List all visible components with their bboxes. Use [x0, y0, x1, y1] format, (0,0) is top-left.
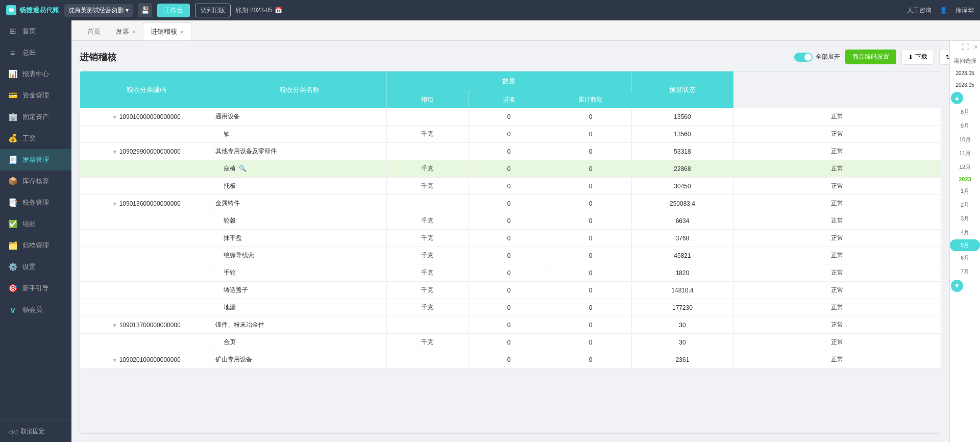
month-5[interactable]: 5月 — [950, 239, 972, 251]
tab-invoices[interactable]: 发票 × — [108, 22, 143, 40]
month-1[interactable]: 1月 — [950, 184, 972, 198]
calendar-icon[interactable]: 📅 — [275, 7, 282, 14]
name-cell: 抹平盘 — [213, 230, 386, 247]
sidebar-item-vip[interactable]: V 畅会员 — [0, 299, 71, 321]
sidebar-item-ledger[interactable]: ≡ 总账 — [0, 42, 71, 63]
sidebar-pin-toggle[interactable]: ◁◁ 取消固定 — [0, 421, 71, 442]
funds-icon: 💳 — [8, 91, 17, 100]
sidebar-item-assets[interactable]: 🏢 固定资产 — [0, 106, 71, 128]
sidebar-item-tax[interactable]: 📑 税务管理 — [0, 192, 71, 213]
workbench-button[interactable]: 工作台 — [157, 4, 190, 17]
th-purchase: 进项 — [468, 91, 550, 109]
period-2023-05-1[interactable]: 2023.05 — [950, 71, 972, 79]
sidebar-label-invoices: 发票管理 — [22, 155, 49, 164]
status-cell: 正常 — [733, 126, 941, 143]
sidebar-item-guide[interactable]: 🎯 新手引导 — [0, 278, 71, 299]
code-cell: ▼109010000000000000 — [80, 108, 213, 126]
code-cell: ▼109013600000000000 — [80, 195, 213, 212]
page-header: 进销稽核 全部展开 商品编码设置 ⬇ 下载 — [80, 49, 972, 65]
tab-reconcile-label: 进销稽核 — [151, 27, 177, 36]
month-7[interactable]: 7月 — [950, 265, 972, 279]
month-10[interactable]: 10月 — [950, 133, 972, 146]
expand-icon[interactable]: ▼ — [112, 149, 117, 155]
accumulated-cell: 1820 — [631, 264, 733, 282]
th-sales: 销项 — [386, 91, 468, 109]
name-cell: 轴 — [213, 126, 386, 143]
unit-cell — [386, 351, 468, 369]
sidebar-item-inventory[interactable]: 📦 库存核算 — [0, 170, 71, 192]
month-9[interactable]: 9月 — [950, 119, 972, 133]
expand-icon[interactable]: ▼ — [112, 357, 117, 363]
status-cell: 正常 — [733, 247, 941, 264]
old-version-button[interactable]: 切到旧版 — [195, 4, 231, 17]
download-icon: ⬇ — [908, 54, 913, 61]
code-cell: ▼109029900000000000 — [80, 143, 213, 160]
reports-icon: 📊 — [8, 69, 17, 79]
status-cell: 正常 — [733, 316, 941, 334]
inventory-icon: 📦 — [8, 177, 17, 186]
name-cell: 锻件、粉末冶金件 — [213, 316, 386, 334]
support-link[interactable]: 人工咨询 — [907, 6, 932, 15]
sidebar-item-settings[interactable]: ⚙️ 设置 — [0, 256, 71, 278]
code-cell — [80, 264, 213, 282]
status-cell: 正常 — [733, 212, 941, 230]
table-row: 手轮 千克 0 0 1820 正常 — [80, 264, 941, 282]
accumulated-cell: 3768 — [631, 230, 733, 247]
tab-invoices-close[interactable]: × — [132, 29, 135, 35]
accumulated-cell: 13560 — [631, 126, 733, 143]
purchase-cell: 0 — [550, 212, 631, 230]
sidebar-item-funds[interactable]: 💳 资金管理 — [0, 85, 71, 106]
status-cell: 正常 — [733, 178, 941, 195]
reconcile-table: 税收分类编码 税收分类名称 数量 预警状态 销项 进项 累计数额 — [80, 71, 941, 369]
month-6[interactable]: 6月 — [950, 251, 972, 265]
sidebar-item-payroll[interactable]: 💰 工资 — [0, 128, 71, 149]
top-bar: 畅 畅捷通易代账 沈海英测试经营勿删 ▾ 💾 工作台 切到旧版 账期 2023-… — [0, 0, 980, 20]
status-cell: 正常 — [733, 195, 941, 212]
product-code-button[interactable]: 商品编码设置 — [845, 50, 896, 64]
app-container: 畅 畅捷通易代账 沈海英测试经营勿删 ▾ 💾 工作台 切到旧版 账期 2023-… — [0, 0, 980, 442]
save-icon-btn[interactable]: 💾 — [138, 3, 152, 17]
unit-cell — [386, 143, 468, 160]
header-actions: 全部展开 商品编码设置 ⬇ 下载 ↻ 刷新 — [794, 49, 972, 65]
code-cell — [80, 160, 213, 178]
expand-icon[interactable]: ▼ — [112, 114, 117, 120]
top-right: 人工咨询 👤 徐泽华 — [907, 6, 974, 15]
month-4[interactable]: 4月 — [950, 226, 972, 239]
month-8[interactable]: 8月 — [950, 105, 972, 119]
month-2[interactable]: 2月 — [950, 198, 972, 212]
sidebar-item-archive[interactable]: 🗂️ 归档管理 — [0, 235, 71, 256]
month-12[interactable]: 12月 — [950, 160, 972, 174]
sales-cell: 0 — [468, 282, 550, 299]
purchase-cell: 0 — [550, 282, 631, 299]
sidebar-item-reports[interactable]: 📊 报表中心 — [0, 63, 71, 85]
table-row: 轮毂 千克 0 0 6634 正常 — [80, 212, 941, 230]
expand-icon[interactable]: ▼ — [112, 201, 117, 207]
search-in-cell-icon[interactable]: 🔍 — [239, 165, 247, 172]
month-3[interactable]: 3月 — [950, 212, 972, 226]
sidebar-label-inventory: 库存核算 — [22, 177, 49, 186]
expand-icon[interactable]: ▼ — [112, 323, 117, 328]
download-button[interactable]: ⬇ 下载 — [901, 49, 934, 65]
unit-cell: 千克 — [386, 230, 468, 247]
sidebar-item-settlement[interactable]: ✅ 结账 — [0, 213, 71, 235]
company-selector[interactable]: 沈海英测试经营勿删 ▾ — [64, 4, 133, 17]
scroll-up-btn[interactable]: ▲ — [951, 92, 963, 104]
tab-reconcile-close[interactable]: × — [180, 29, 183, 35]
expand-toggle[interactable] — [794, 53, 813, 62]
table-row: ▼109020100000000000 矿山专用设备 0 0 2361 正常 — [80, 351, 941, 369]
name-cell: 座椅 🔍 — [213, 160, 386, 178]
month-11[interactable]: 11月 — [950, 146, 972, 160]
ledger-icon: ≡ — [8, 48, 17, 57]
sales-cell: 0 — [468, 351, 550, 369]
year-2023: 2023 — [950, 174, 972, 184]
name-cell: 绝缘导线壳 — [213, 247, 386, 264]
unit-cell: 千克 — [386, 282, 468, 299]
sidebar-item-invoices[interactable]: 🧾 发票管理 — [0, 149, 71, 170]
sidebar-label-vip: 畅会员 — [22, 305, 42, 314]
scroll-down-btn[interactable]: ▼ — [951, 280, 963, 292]
tab-home[interactable]: 首页 — [80, 22, 108, 40]
sidebar-item-home[interactable]: ⊞ 首页 — [0, 20, 71, 42]
tab-reconcile[interactable]: 进销稽核 × — [143, 22, 191, 40]
period-2023-05-2[interactable]: 2023.05 — [950, 79, 972, 91]
accumulated-cell: 14810.4 — [631, 282, 733, 299]
